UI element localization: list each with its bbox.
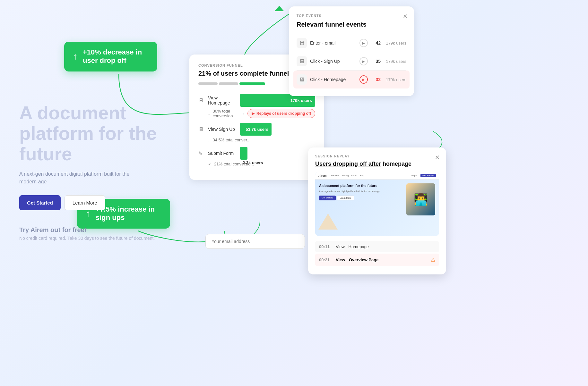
mini-nav-overview: Overview — [330, 174, 339, 177]
down-arrow-icon: ↓ — [208, 111, 210, 116]
mini-nav-about: About — [351, 174, 357, 177]
funnel-step-3: ✎ Submit Form 2.3k users — [198, 147, 315, 160]
landing-subtitle: A next-gen document digital platform bui… — [19, 170, 141, 186]
funnel-row-3: ✎ Submit Form 2.3k users ✓ 21% total con… — [198, 147, 315, 166]
mini-nav-pricing: Pricing — [342, 174, 349, 177]
session-replay-panel: ✕ SESSION REPLAY Users dropping off afte… — [308, 147, 446, 274]
funnel-conversion-1: ↓ 30% total conversion → ▶ Replays of us… — [208, 109, 315, 118]
monitor-icon-2: 🖥 — [198, 126, 205, 132]
monitor-icon: 🖥 — [198, 97, 205, 103]
mini-nav-links: Overview Pricing About Blog — [330, 174, 408, 177]
event-icon-1: 🖥 — [297, 38, 307, 48]
session-preview: Airem Overview Pricing About Blog Log In… — [315, 172, 439, 236]
step-2-users: 53.7k users — [246, 127, 268, 132]
funnel-conversion-2: ↓ 34.5% total conver... — [208, 138, 315, 142]
event-name-1: Enter - email — [310, 40, 356, 46]
arrow-right-icon: → — [241, 111, 245, 116]
person-emoji: 👨‍💻 — [414, 193, 428, 206]
mini-browser: Airem Overview Pricing About Blog Log In… — [315, 172, 439, 236]
mini-btn-secondary: Learn More — [337, 196, 354, 200]
play-circle-icon: ▶ — [252, 111, 255, 116]
mini-btn-primary: Get Started — [319, 196, 336, 200]
learn-more-button[interactable]: Learn More — [65, 195, 105, 210]
timeline-event-2: View - Overview Page — [336, 257, 427, 262]
button-row: Get Started Learn More — [19, 195, 205, 210]
event-users-3: 179k users — [384, 77, 406, 82]
event-row-3-highlighted: 🖥 Click - Homepage ▶ 32 179k users — [293, 71, 410, 88]
event-users-1: 179k users — [384, 41, 406, 46]
mini-heading: A document platform for the future — [319, 183, 402, 188]
session-close-button[interactable]: ✕ — [435, 154, 440, 161]
form-icon: ✎ — [198, 150, 205, 156]
funnel-row-2: 🖥 View Sign Up 53.7k users ↓ 34.5% total… — [198, 123, 315, 142]
step-1-users: 179k users — [290, 98, 312, 103]
event-users-2: 179k users — [384, 59, 406, 64]
conversion-2-text: 34.5% total conver... — [213, 138, 251, 142]
mini-subtext: A next-gen document digital platform bui… — [319, 190, 402, 193]
mini-person-image: 👨‍💻 — [406, 183, 435, 215]
triangle-decoration — [318, 214, 338, 230]
event-name-2: Click - Sign Up — [310, 59, 356, 64]
timeline-event-1: View - Homepage — [336, 244, 435, 249]
event-row-2: 🖥 Click - Sign Up ▶ 35 179k users — [297, 52, 406, 71]
down-arrow-icon-2: ↓ — [208, 138, 210, 142]
event-play-btn-2[interactable]: ▶ — [359, 57, 368, 65]
funnel-bar-2: 53.7k users — [240, 123, 315, 136]
try-free-title: Try Airem out for free! — [19, 226, 205, 234]
step-3-label: Submit Form — [208, 151, 237, 156]
session-replay-title: Users dropping off after homepage — [315, 161, 439, 167]
timeline-time-1: 00:11 — [319, 244, 332, 249]
get-started-button[interactable]: Get Started — [19, 195, 61, 210]
session-title-homepage: homepage — [383, 161, 411, 167]
event-play-btn-3[interactable]: ▶ — [359, 75, 368, 84]
funnel-step-2: 🖥 View Sign Up 53.7k users — [198, 123, 315, 136]
top-events-panel: ✕ TOP EVENTS Relevant funnel events 🖥 En… — [289, 6, 414, 96]
try-free-section: Try Airem out for free! No credit card r… — [19, 226, 205, 241]
event-count-1: 42 — [371, 40, 381, 46]
session-title-underline: Users dropping off after — [315, 161, 381, 167]
funnel-bar-fill-3 — [240, 147, 247, 160]
event-icon-3: 🖥 — [297, 74, 307, 85]
email-input-wrap — [205, 234, 305, 249]
top-events-label: TOP EVENTS — [297, 14, 406, 18]
event-name-3: Click - Homepage — [310, 77, 356, 82]
funnel-bar-3: 2.3k users — [240, 147, 315, 160]
timeline-time-2: 00:21 — [319, 257, 332, 262]
mini-nav: Airem Overview Pricing About Blog Log In… — [315, 172, 439, 180]
event-row-1: 🖥 Enter - email ▶ 42 179k users — [297, 34, 406, 52]
funnel-row-1: 🖥 View -Homepage 179k users ↓ 30% total … — [198, 94, 315, 118]
step-2-label: View Sign Up — [208, 127, 237, 132]
mini-nav-blog: Blog — [359, 174, 364, 177]
mini-buttons: Get Started Learn More — [319, 196, 402, 200]
top-events-close-button[interactable]: ✕ — [403, 13, 408, 20]
timeline-row-1: 00:11 View - Homepage — [315, 241, 439, 252]
email-input[interactable] — [205, 234, 305, 249]
mini-get-started: Get Started — [420, 174, 436, 177]
progress-bar-2 — [219, 82, 238, 85]
mini-text-area: A document platform for the future A nex… — [319, 183, 402, 215]
session-replay-label: SESSION REPLAY — [315, 155, 439, 158]
event-count-2: 35 — [371, 59, 381, 64]
conversion-1-text: 30% total conversion — [213, 109, 238, 118]
warning-icon: ⚠ — [431, 257, 435, 263]
session-timeline: 00:11 View - Homepage 00:21 View - Overv… — [315, 241, 439, 266]
replays-badge[interactable]: ▶ Replays of users dropping off — [247, 109, 315, 118]
landing-section: A document platform for the future A nex… — [19, 19, 205, 241]
timeline-row-2: 00:21 View - Overview Page ⚠ — [315, 254, 439, 266]
event-icon-2: 🖥 — [297, 56, 307, 66]
progress-bar-3 — [239, 82, 265, 85]
check-icon: ✓ — [208, 162, 212, 166]
progress-bar-1 — [198, 82, 218, 85]
event-play-btn-1[interactable]: ▶ — [359, 39, 368, 47]
step-3-users: 2.3k users — [243, 160, 263, 165]
event-count-3: 32 — [371, 77, 381, 82]
top-events-title: Relevant funnel events — [297, 21, 406, 28]
landing-title: A document platform for the future — [19, 103, 205, 164]
step-1-label: View -Homepage — [208, 95, 237, 105]
mini-logo: Airem — [318, 174, 327, 177]
try-free-sub: No credit card required. Take 30 days to… — [19, 236, 205, 241]
replays-badge-text: Replays of users dropping off — [256, 111, 311, 116]
funnel-bar-fill-2: 53.7k users — [240, 123, 272, 136]
mini-login: Log In — [411, 174, 417, 177]
